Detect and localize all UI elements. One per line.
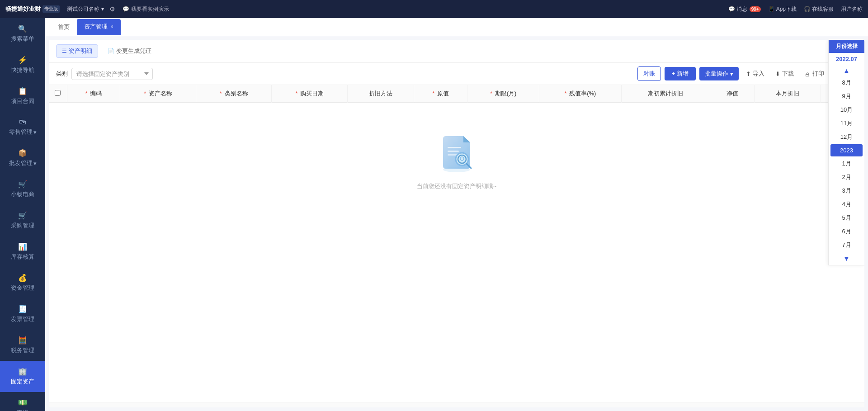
sidebar-item-retail[interactable]: 🛍 零售管理 ▾ [0, 112, 45, 142]
month-item-8[interactable]: 8月 [829, 76, 864, 90]
sub-tab-label: 资产明细 [69, 47, 92, 55]
column-label: 类别名称 [225, 90, 248, 97]
sidebar-item-tax[interactable]: 🧮 税务管理 [0, 330, 45, 361]
month-item-2[interactable]: 2月 [829, 170, 864, 184]
online-service-button[interactable]: 🎧 在线客服 [804, 5, 834, 13]
import-button[interactable]: ⬆ 导入 [742, 67, 768, 80]
month-panel: 月份选择 2022.07 ▲ 8月 9月 10月 11月 12月 2023 1月… [828, 40, 864, 265]
sidebar-item-salary[interactable]: 💵 工资 [0, 392, 45, 411]
sidebar-item-label: 资金管理 [11, 284, 34, 292]
sidebar-item-label-wrapper: 批发管理 ▾ [9, 159, 37, 167]
sidebar-item-label: 固定资产 [11, 378, 34, 386]
user-menu[interactable]: 用户名称 [841, 5, 863, 13]
month-item-4[interactable]: 4月 [829, 198, 864, 211]
column-label: 净值 [726, 90, 738, 97]
company-selector[interactable]: 测试公司名称 ▾ [67, 5, 104, 13]
tax-icon: 🧮 [18, 336, 27, 345]
table-header-asset-name: * 资产名称 [120, 85, 196, 103]
month-nav-down-button[interactable]: ▼ [841, 254, 853, 263]
messages-button[interactable]: 💬 消息 99+ [728, 5, 761, 13]
salary-icon: 💵 [18, 398, 27, 407]
month-item-10[interactable]: 10月 [829, 103, 864, 117]
service-icon: 🎧 [804, 6, 811, 12]
column-label: 原值 [437, 90, 449, 97]
retail-icon: 🛍 [19, 118, 26, 126]
company-name: 测试公司名称 [67, 5, 99, 13]
toolbar-left: 类别 请选择固定资产类别 [56, 68, 634, 80]
sidebar-item-label: 批发管理 [9, 159, 33, 167]
wholesale-icon: 📦 [18, 149, 27, 157]
tab-home[interactable]: 首页 [51, 19, 77, 35]
month-item-7-2023[interactable]: 7月 [829, 238, 864, 252]
add-button[interactable]: + 新增 [665, 67, 696, 80]
download-label: 下载 [782, 70, 794, 78]
fixed-assets-icon: 🏢 [18, 367, 27, 376]
sidebar-item-label: 采购管理 [11, 222, 34, 230]
sidebar-item-ecommerce[interactable]: 🛒 小畅电商 [0, 174, 45, 205]
app-download-label: App下载 [776, 5, 797, 13]
search-icon: 🔍 [18, 24, 27, 33]
tab-close-icon[interactable]: × [110, 24, 113, 30]
required-mark: * [295, 90, 297, 97]
sidebar-item-purchase[interactable]: 🛒 采购管理 [0, 205, 45, 236]
column-label: 折旧方法 [369, 90, 392, 97]
sidebar-item-label: 工资 [17, 409, 28, 411]
sidebar-item-fixed-assets[interactable]: 🏢 固定资产 [0, 361, 45, 392]
month-selected-display[interactable]: 2022.07 [829, 53, 864, 65]
sidebar-item-wholesale[interactable]: 📦 批发管理 ▾ [0, 142, 45, 174]
sidebar-item-label: 快捷导航 [11, 66, 34, 74]
required-mark: * [144, 90, 146, 97]
bottom-scrollbar[interactable] [49, 402, 864, 407]
month-item-3[interactable]: 3月 [829, 184, 864, 198]
sidebar-item-finance[interactable]: 💰 资金管理 [0, 267, 45, 298]
table-wrapper: * 编码 * 资产名称 * 类别名称 [49, 85, 864, 402]
table-header-checkbox [49, 85, 67, 103]
reconcile-button[interactable]: 对账 [637, 66, 661, 81]
print-button[interactable]: 🖨 打印 [801, 67, 828, 80]
sub-tab-change-voucher[interactable]: 📄 变更生成凭证 [102, 44, 157, 58]
month-item-12[interactable]: 12月 [829, 130, 864, 144]
column-label: 期初累计折旧 [648, 90, 683, 97]
import-icon: ⬆ [746, 71, 751, 77]
category-select[interactable]: 请选择固定资产类别 [71, 68, 153, 80]
empty-row: 当前您还没有固定资产明细哦~ [49, 103, 864, 218]
sidebar-item-invoice[interactable]: 🧾 发票管理 [0, 298, 45, 330]
month-item-5[interactable]: 5月 [829, 211, 864, 225]
sidebar-item-inventory[interactable]: 📊 库存核算 [0, 236, 45, 267]
top-bar-right: 💬 消息 99+ 📱 App下载 🎧 在线客服 用户名称 [728, 5, 863, 13]
sidebar-item-label: 发票管理 [11, 315, 34, 323]
select-all-checkbox[interactable] [55, 90, 61, 96]
month-item-1[interactable]: 1月 [829, 157, 864, 170]
demo-link[interactable]: 💬 我要看实例演示 [123, 5, 169, 13]
print-label: 打印 [812, 70, 824, 78]
table-header-accumulated-depreciation: 期初累计折旧 [621, 85, 710, 103]
demo-text: 我要看实例演示 [131, 5, 169, 13]
tab-asset-management[interactable]: 资产管理 × [77, 19, 121, 35]
sidebar-item-search-menu[interactable]: 🔍 搜索菜单 [0, 18, 45, 49]
tab-home-label: 首页 [58, 24, 70, 30]
assets-table: * 编码 * 资产名称 * 类别名称 [49, 85, 864, 217]
sidebar-item-project[interactable]: 📋 项目合同 [0, 80, 45, 112]
month-item-11[interactable]: 11月 [829, 117, 864, 130]
month-nav-up-button[interactable]: ▲ [841, 66, 853, 75]
messages-icon: 💬 [728, 6, 735, 12]
top-bar: 畅捷通好业财 专业版 测试公司名称 ▾ ⚙ 💬 我要看实例演示 💬 消息 99+… [0, 0, 868, 18]
batch-label: 批量操作 [705, 70, 728, 78]
download-button[interactable]: ⬇ 下载 [772, 67, 797, 80]
user-name: 用户名称 [841, 5, 863, 13]
sub-tab-asset-detail[interactable]: ☰ 资产明细 [56, 44, 98, 58]
month-item-6[interactable]: 6月 [829, 225, 864, 238]
toolbar-right: 对账 + 新增 批量操作 ▾ ⬆ 导入 ⬇ 下载 🖨 [637, 66, 857, 81]
settings-icon[interactable]: ⚙ [109, 5, 115, 13]
purchase-icon: 🛒 [18, 211, 27, 220]
required-mark: * [490, 90, 492, 97]
table-header: * 编码 * 资产名称 * 类别名称 [49, 85, 864, 103]
sidebar-item-quick-nav[interactable]: ⚡ 快捷导航 [0, 49, 45, 80]
inner-content: ☰ 资产明细 📄 变更生成凭证 类别 请选择固定资产类别 对账 [49, 40, 864, 407]
sidebar-item-label: 零售管理 [9, 128, 33, 136]
table-header-category-name: * 类别名称 [196, 85, 272, 103]
month-item-9[interactable]: 9月 [829, 90, 864, 103]
app-download-button[interactable]: 📱 App下载 [768, 5, 797, 13]
chevron-down-icon: ▾ [730, 71, 733, 77]
batch-button[interactable]: 批量操作 ▾ [699, 67, 739, 80]
